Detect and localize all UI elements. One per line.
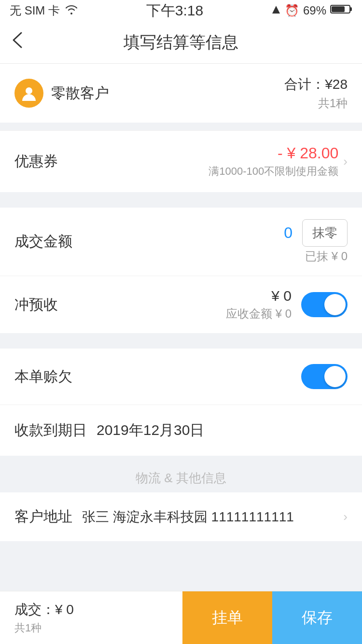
status-bar: 无 SIM 卡 下午3:18 ⏰ 69%: [0, 0, 362, 21]
prepay-toggle[interactable]: [301, 292, 348, 317]
battery-label: 69%: [303, 4, 326, 17]
customer-total: 合计：¥28 共1种: [284, 75, 348, 111]
debt-section: 本单赊欠 收款到期日 2019年12月30日: [0, 349, 362, 456]
logistics-divider: 物流 & 其他信息: [0, 463, 362, 492]
prepay-row: 冲预收 ¥ 0 应收金额 ¥ 0: [0, 276, 362, 333]
coupon-section: 优惠券 - ¥ 28.00 满1000-100不限制使用金额 ›: [0, 130, 362, 192]
deal-amount-bottom: ¥ 0: [55, 602, 74, 617]
svg-point-3: [26, 87, 32, 94]
address-value: 张三 海淀永丰科技园 11111111111: [82, 508, 343, 526]
content: 零散客户 合计：¥28 共1种 优惠券 - ¥ 28.00 满1000-100不…: [0, 64, 362, 607]
location-icon: [271, 4, 281, 17]
coupon-label: 优惠券: [14, 152, 58, 171]
bottom-bar: 成交：¥ 0 共1种 挂单 保存: [0, 591, 362, 644]
coupon-row[interactable]: 优惠券 - ¥ 28.00 满1000-100不限制使用金额 ›: [0, 130, 362, 192]
coupon-discount: - ¥ 28.00: [209, 144, 338, 162]
coupon-right: - ¥ 28.00 满1000-100不限制使用金额 ›: [209, 144, 348, 179]
save-button[interactable]: 保存: [272, 591, 362, 644]
customer-section: 零散客户 合计：¥28 共1种: [0, 64, 362, 123]
no-sim-label: 无 SIM 卡: [10, 3, 60, 18]
address-row[interactable]: 客户地址 张三 海淀永丰科技园 11111111111 ›: [0, 492, 362, 541]
prepay-toggle-knob: [324, 294, 346, 315]
deal-amount-row: 成交金额 0 抹零 已抹 ¥ 0: [0, 208, 362, 276]
total-count-label: 共1种: [284, 96, 348, 111]
divider-1: [0, 200, 362, 208]
wifi-icon: [65, 4, 78, 17]
nav-bar: 填写结算等信息: [0, 21, 362, 64]
page-title: 填写结算等信息: [124, 31, 238, 54]
deal-section: 成交金额 0 抹零 已抹 ¥ 0 冲预收 ¥ 0 应收金额 ¥ 0: [0, 208, 362, 333]
address-label: 客户地址: [14, 507, 72, 527]
deal-amount-value: 0: [264, 224, 292, 242]
customer-left: 零散客户: [14, 79, 109, 108]
svg-rect-1: [350, 7, 352, 11]
coupon-info: - ¥ 28.00 满1000-100不限制使用金额: [209, 144, 338, 179]
status-right: ⏰ 69%: [271, 4, 352, 17]
debt-row: 本单赊欠: [0, 349, 362, 405]
deal-amount-sub: 已抹 ¥ 0: [264, 249, 348, 264]
customer-row: 零散客户 合计：¥28 共1种: [0, 64, 362, 123]
due-date-label: 收款到期日: [14, 420, 87, 440]
round-zero-button[interactable]: 抹零: [302, 219, 348, 247]
address-section: 客户地址 张三 海淀永丰科技园 11111111111 ›: [0, 492, 362, 541]
alarm-icon: ⏰: [285, 4, 299, 17]
divider-2: [0, 341, 362, 349]
debt-toggle-knob: [324, 366, 346, 387]
due-date-value: 2019年12月30日: [97, 420, 204, 440]
prepay-right: ¥ 0 应收金额 ¥ 0: [226, 288, 292, 322]
hang-order-button[interactable]: 挂单: [182, 591, 272, 644]
address-chevron-icon: ›: [343, 509, 348, 524]
debt-toggle[interactable]: [301, 364, 348, 389]
logistics-label: 物流 & 其他信息: [136, 470, 226, 487]
back-button[interactable]: [12, 31, 23, 54]
deal-text: 成交：: [14, 602, 55, 617]
coupon-desc: 满1000-100不限制使用金额: [209, 164, 338, 179]
status-left: 无 SIM 卡: [10, 3, 78, 18]
bottom-deal-label: 成交：¥ 0: [14, 601, 168, 619]
battery-icon: [330, 4, 352, 17]
coupon-chevron-icon: ›: [343, 154, 348, 169]
bottom-summary: 成交：¥ 0 共1种: [0, 601, 182, 635]
total-amount-label: 合计：¥28: [284, 75, 348, 94]
status-time: 下午3:18: [146, 1, 203, 21]
debt-label: 本单赊欠: [14, 367, 72, 387]
prepay-amount: ¥ 0: [226, 288, 292, 304]
svg-rect-2: [332, 6, 345, 12]
customer-name: 零散客户: [51, 84, 109, 103]
deal-amount-label: 成交金额: [14, 232, 72, 252]
prepay-label: 冲预收: [14, 295, 58, 315]
prepay-sub: 应收金额 ¥ 0: [226, 306, 292, 322]
due-date-row: 收款到期日 2019年12月30日: [0, 405, 362, 456]
customer-avatar: [14, 79, 43, 108]
bottom-count: 共1种: [14, 621, 168, 635]
